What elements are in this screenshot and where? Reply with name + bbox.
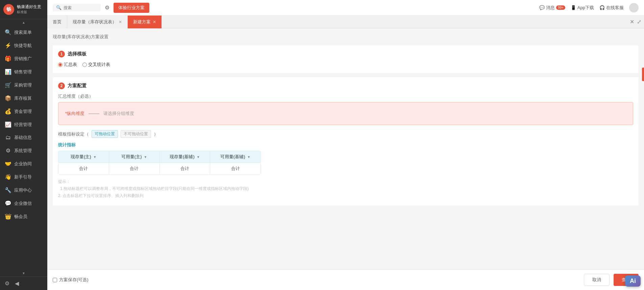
stats-body-cell-2: 合计 — [160, 163, 210, 174]
window-controls: ✕ ⤢ — [630, 19, 644, 25]
user-avatar[interactable] — [629, 3, 639, 13]
search-box[interactable]: 🔍 — [53, 4, 101, 11]
indicator-setting-prefix: 模板指标设定（ — [58, 131, 89, 137]
sidebar: 畅 畅康通好生意 标准版 ▲ 🔍 搜索菜单 ⚡ 快捷导航 🎁 营销推广 📊 销售… — [0, 0, 47, 290]
sidebar-item-member[interactable]: 👑 畅会员 — [0, 210, 47, 223]
headset-icon: 🎧 — [599, 5, 605, 10]
tab-inventory-status[interactable]: 现存量（库存状况表） ✕ — [67, 16, 128, 28]
ai-badge[interactable]: Ai — [625, 275, 641, 287]
sales-icon: 📊 — [5, 69, 11, 75]
search-icon: 🔍 — [56, 5, 61, 10]
chevron-down-icon-0: ▼ — [93, 155, 97, 159]
marketing-icon: 🎁 — [5, 55, 11, 62]
sidebar-item-label: 系统管理 — [14, 148, 32, 154]
tips-header: 提示： — [58, 179, 633, 185]
sidebar-item-apps[interactable]: 🔧 应用中心 — [0, 184, 47, 197]
indicator-setting-row: 模板指标设定（ 可拖动位置 不可拖动位置 ） — [58, 130, 633, 138]
step2-card: 2 方案配置 汇总维度（必选） *纵向维度 —— 请选择分组维度 模板指标设定（… — [53, 77, 639, 206]
sidebar-item-label: 企业协同 — [14, 161, 32, 167]
main-content: 现存量(库存状况表)方案设置 1 选择模板 汇总表 交叉统计表 2 — [47, 28, 644, 269]
tab-home[interactable]: 首页 — [47, 16, 67, 28]
radio-cross-input[interactable] — [82, 63, 87, 67]
step2-number: 2 — [58, 82, 65, 89]
window-close-icon[interactable]: ✕ — [630, 19, 634, 25]
sidebar-item-search[interactable]: 🔍 搜索菜单 — [0, 26, 47, 39]
sidebar-item-label: 搜索菜单 — [14, 29, 32, 35]
stats-col-2-header[interactable]: 现存量(基辅) ▼ — [160, 151, 210, 163]
sidebar-item-wechat[interactable]: 💬 企业微信 — [0, 197, 47, 210]
sidebar-item-enterprise[interactable]: 🤝 企业协同 — [0, 157, 47, 170]
sidebar-item-label: 营销推广 — [14, 56, 32, 62]
sidebar-item-newbie[interactable]: 👋 新手引导 — [0, 170, 47, 184]
inventory-tab-close-icon[interactable]: ✕ — [119, 20, 122, 24]
sidebar-nav: 🔍 搜索菜单 ⚡ 快捷导航 🎁 营销推广 📊 销售管理 🛒 采购管理 📦 库存核… — [0, 26, 47, 270]
step1-card: 1 选择模板 汇总表 交叉统计表 — [53, 45, 639, 73]
save-label: 方案保存(可选) — [59, 277, 89, 283]
operations-icon: 📈 — [5, 121, 11, 128]
tab-new-plan[interactable]: 新建方案 ✕ — [128, 16, 162, 28]
tips-section: 提示： 1.拖动标题栏可以调整布局，不可跨维度或指标区域拖动栏目字段(只能在同一… — [58, 179, 633, 199]
search-input[interactable] — [64, 5, 97, 10]
sidebar-item-finance[interactable]: 💰 资金管理 — [0, 105, 47, 118]
sidebar-item-purchase[interactable]: 🛒 采购管理 — [0, 78, 47, 92]
sidebar-item-label: 企业微信 — [14, 200, 32, 207]
avatar-image — [629, 3, 639, 13]
resize-handle[interactable] — [642, 68, 644, 81]
radio-cross[interactable]: 交叉统计表 — [82, 62, 110, 68]
sidebar-item-quicknav[interactable]: ⚡ 快捷导航 — [0, 39, 47, 52]
settings-icon[interactable]: ⚙ — [5, 280, 9, 287]
radio-summary[interactable]: 汇总表 — [58, 62, 77, 68]
stats-table-header: 现存量(主) ▼ 可用量(主) ▼ 现存量(基辅) ▼ — [58, 151, 261, 163]
stats-col-1-header[interactable]: 可用量(主) ▼ — [109, 151, 159, 163]
messages-button[interactable]: 💬 消息 99+ — [539, 5, 565, 11]
sidebar-scroll-up[interactable]: ▲ — [0, 19, 47, 26]
service-button[interactable]: 🎧 在线客服 — [599, 5, 624, 11]
inventory-tab-label: 现存量（库存状况表） — [73, 19, 117, 25]
stats-col-0-header[interactable]: 现存量(主) ▼ — [58, 151, 109, 163]
sidebar-item-marketing[interactable]: 🎁 营销推广 — [0, 52, 47, 65]
stats-col-2: 现存量(基辅) ▼ — [160, 151, 210, 163]
radio-summary-input[interactable] — [58, 63, 63, 67]
messages-label: 消息 — [546, 5, 555, 11]
tabs-bar: 首页 现存量（库存状况表） ✕ 新建方案 ✕ ✕ ⤢ — [47, 16, 644, 28]
sidebar-scroll-down[interactable]: ▼ — [0, 270, 47, 276]
stats-col-0-label: 现存量(主) — [71, 154, 91, 160]
settings-gear-icon[interactable]: ⚙ — [105, 4, 109, 11]
tip-item-1: 1.拖动标题栏可以调整布局，不可跨维度或指标区域拖动栏目字段(只能在同一维度或指… — [58, 186, 633, 192]
sidebar-item-operations[interactable]: 📈 经营管理 — [0, 118, 47, 131]
main-area: 🔍 ⚙ 体验行业方案 💬 消息 99+ 📱 App下载 🎧 在线客服 — [47, 0, 644, 290]
inventory-icon: 📦 — [5, 95, 11, 101]
dimension-placeholder: 请选择分组维度 — [103, 111, 134, 117]
sidebar-item-system[interactable]: ⚙ 系统管理 — [0, 144, 47, 157]
indicator-setting-suffix: ） — [154, 131, 158, 137]
template-radio-group: 汇总表 交叉统计表 — [58, 62, 633, 68]
app-download-button[interactable]: 📱 App下载 — [571, 5, 594, 11]
stats-label: 统计指标 — [58, 142, 633, 148]
app-name: 畅康通好生意 — [17, 4, 41, 10]
save-checkbox[interactable] — [53, 278, 57, 282]
stats-body-cell-1: 合计 — [109, 163, 159, 174]
sidebar-item-basic-info[interactable]: 🗂 基础信息 — [0, 131, 47, 144]
messages-badge: 99+ — [556, 5, 565, 10]
collapse-icon[interactable]: ◀ — [15, 280, 19, 287]
new-plan-tab-close-icon[interactable]: ✕ — [153, 20, 156, 24]
step1-title: 选择模板 — [68, 51, 86, 57]
page-title: 现存量(库存状况表)方案设置 — [53, 34, 639, 40]
sidebar-item-inventory[interactable]: 📦 库存核算 — [0, 92, 47, 105]
chevron-down-icon-3: ▼ — [247, 155, 251, 159]
window-expand-icon[interactable]: ⤢ — [637, 19, 641, 25]
radio-summary-label: 汇总表 — [64, 62, 77, 68]
member-icon: 👑 — [5, 213, 11, 220]
sidebar-item-sales[interactable]: 📊 销售管理 — [0, 65, 47, 78]
topbar: 🔍 ⚙ 体验行业方案 💬 消息 99+ 📱 App下载 🎧 在线客服 — [47, 0, 644, 16]
stats-body-cell-0: 合计 — [58, 163, 109, 174]
cancel-button[interactable]: 取消 — [584, 274, 610, 286]
step2-header: 2 方案配置 — [58, 82, 633, 89]
trial-button[interactable]: 体验行业方案 — [114, 3, 149, 13]
stats-table: 现存量(主) ▼ 可用量(主) ▼ 现存量(基辅) ▼ — [58, 151, 261, 175]
stats-body-col-1: 合计 — [109, 163, 160, 174]
save-checkbox-label[interactable]: 方案保存(可选) — [53, 277, 89, 283]
stats-col-3-header[interactable]: 可用量(基辅) ▼ — [210, 151, 261, 163]
tip-text-2: 2. 点击标题栏下拉可设置排序、插入列和删除列 — [58, 193, 144, 199]
stats-col-3: 可用量(基辅) ▼ — [210, 151, 261, 163]
